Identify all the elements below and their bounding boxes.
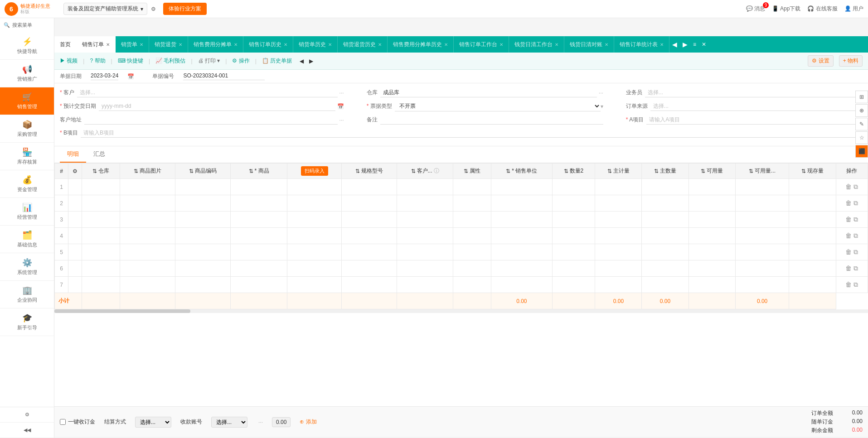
app-selector[interactable]: 装备及固定资产辅助管理系统 ▾ <box>63 3 147 15</box>
col-scan[interactable]: 扫码录入 <box>287 164 342 179</box>
gear-icon[interactable]: ⚙ <box>151 6 156 12</box>
row-delete-icon[interactable]: 🗑 <box>845 248 852 256</box>
col-main-qty[interactable]: ⇅主数量 <box>642 164 689 179</box>
col-warehouse[interactable]: ⇅仓库 <box>82 164 120 179</box>
sidebar-item-sales[interactable]: 🛒 销售管理 <box>0 87 54 115</box>
right-float-btn-3[interactable]: ✎ <box>855 118 868 130</box>
help-link[interactable]: ? 帮助 <box>90 57 105 65</box>
col-unit[interactable]: ⇅* 销售单位 <box>491 164 552 179</box>
sidebar-item-operations[interactable]: 📊 经营管理 <box>0 198 54 226</box>
user-avatar[interactable]: 👤 用户 <box>844 5 863 13</box>
b-project-input[interactable] <box>81 128 863 138</box>
shortcuts-link[interactable]: ⌨ 快捷键 <box>118 57 143 65</box>
col-main-unit[interactable]: ⇅主计量 <box>595 164 642 179</box>
tab-sales-order-history[interactable]: 销售订单历史 ✕ <box>243 36 293 53</box>
history-link[interactable]: 📋 历史单据 <box>262 57 292 65</box>
scan-button[interactable]: 扫码录入 <box>301 166 328 176</box>
tab-sales-return[interactable]: 销货退货 ✕ <box>149 36 188 53</box>
tab-more-button[interactable]: ≡ <box>690 41 699 48</box>
nav-next-icon[interactable]: ▶ <box>309 58 313 64</box>
sidebar-item-purchase[interactable]: 📦 采购管理 <box>0 115 54 143</box>
tab-close-sales-return[interactable]: ✕ <box>179 42 182 47</box>
settings-button[interactable]: ⚙ 设置 <box>808 55 833 67</box>
tab-sales-stats[interactable]: 销售订单统计表 ✕ <box>614 36 669 53</box>
customer-address-input[interactable] <box>84 115 338 125</box>
tab-daily-clear-workbench[interactable]: 钱货日清工作台 ✕ <box>509 36 564 53</box>
bank-account-select[interactable]: 选择... <box>211 417 247 428</box>
right-float-btn-1[interactable]: ⊞ <box>855 91 868 103</box>
tab-close-sales-receipt[interactable]: ✕ <box>140 42 143 47</box>
notification-area[interactable]: 💬 消息 9 <box>746 5 765 13</box>
payment-method-select[interactable]: 选择... <box>135 417 171 428</box>
right-float-btn-4[interactable]: ☆ <box>855 131 868 144</box>
tab-daily-reconcile[interactable]: 钱货日清对账 ✕ <box>564 36 614 53</box>
tab-close-expense-history[interactable]: ✕ <box>444 42 448 47</box>
tab-close-return-history[interactable]: ✕ <box>378 42 382 47</box>
nav-prev-icon[interactable]: ◀ <box>300 58 304 64</box>
warehouse-expand-icon[interactable]: ··· <box>599 90 603 96</box>
row-copy-icon[interactable]: ⧉ <box>853 216 858 223</box>
online-service-link[interactable]: 🎧 在线客服 <box>807 5 837 13</box>
tab-sales-expense[interactable]: 销售费用分摊单 ✕ <box>188 36 243 53</box>
sidebar-item-enterprise[interactable]: 🏢 企业协同 <box>0 281 54 308</box>
calendar-icon[interactable]: 📅 <box>127 73 134 80</box>
tab-close-sales-order-history[interactable]: ✕ <box>284 42 287 47</box>
col-image[interactable]: ⇅商品图片 <box>120 164 175 179</box>
tab-receipt-history[interactable]: 销货单历史 ✕ <box>293 36 338 53</box>
customer-input[interactable] <box>77 88 338 97</box>
bank-expand-icon[interactable]: ··· <box>258 419 263 425</box>
col-available2[interactable]: ⇅可用量... <box>735 164 789 179</box>
row-copy-icon[interactable]: ⧉ <box>853 265 858 272</box>
col-goods[interactable]: ⇅* 商品 <box>231 164 287 179</box>
salesperson-input[interactable] <box>645 88 856 97</box>
profit-link[interactable]: 📈 毛利预估 <box>155 57 185 65</box>
quick-order-checkbox[interactable] <box>60 419 66 425</box>
sidebar-item-basic-info[interactable]: 🗂️ 基础信息 <box>0 226 54 253</box>
col-attr[interactable]: ⇅属性 <box>453 164 491 179</box>
row-delete-icon[interactable]: 🗑 <box>845 232 852 240</box>
expected-date-input[interactable] <box>99 101 335 111</box>
row-copy-icon[interactable]: ⧉ <box>853 232 858 240</box>
sidebar-item-quick-nav[interactable]: ⚡ 快捷导航 <box>0 32 54 60</box>
invoice-select[interactable]: 不开票 <box>395 101 601 111</box>
add-button[interactable]: ⊕ 添加 <box>300 418 316 426</box>
tab-close-sales-workbench[interactable]: ✕ <box>499 42 503 47</box>
app-download-link[interactable]: 📱 App下载 <box>772 5 800 13</box>
tab-sales-receipt[interactable]: 销货单 ✕ <box>116 36 149 53</box>
right-float-btn-2[interactable]: ⊕ <box>855 104 868 117</box>
sidebar-item-collapse[interactable]: ◀◀ <box>0 423 54 438</box>
tab-close-daily-reconcile[interactable]: ✕ <box>605 42 608 47</box>
tab-expense-history[interactable]: 销售费用分摊单历史 ✕ <box>388 36 454 53</box>
tab-sales-workbench[interactable]: 销售订单工作台 ✕ <box>454 36 509 53</box>
col-available[interactable]: ⇅可用量 <box>689 164 735 179</box>
industry-button[interactable]: 体验行业方案 <box>163 3 207 15</box>
print-button[interactable]: 🖨 打印 ▾ <box>198 57 220 65</box>
view-video-link[interactable]: ▶ 视频 <box>60 57 78 65</box>
sidebar-item-search[interactable]: 🔍 搜索菜单 <box>0 18 54 32</box>
tab-close-sales-stats[interactable]: ✕ <box>660 42 664 47</box>
tab-next-button[interactable]: ▶ <box>680 41 690 48</box>
row-delete-icon[interactable]: 🗑 <box>845 216 852 223</box>
address-expand-icon[interactable]: ··· <box>339 117 344 123</box>
sidebar-item-marketing[interactable]: 📢 营销推广 <box>0 60 54 87</box>
row-copy-icon[interactable]: ⧉ <box>853 183 858 191</box>
sidebar-item-finance[interactable]: 💰 资金管理 <box>0 170 54 198</box>
horizontal-scrollbar[interactable] <box>54 309 868 313</box>
tab-close-daily-clear-workbench[interactable]: ✕ <box>555 42 558 47</box>
row-delete-icon[interactable]: 🗑 <box>845 281 852 289</box>
col-settings[interactable]: ⚙ <box>68 164 82 179</box>
tab-close-all-button[interactable]: ✕ <box>699 41 709 48</box>
col-qty2[interactable]: ⇅数量2 <box>552 164 595 179</box>
scrollbar-thumb[interactable] <box>54 309 190 313</box>
add-goods-button[interactable]: + 物料 <box>839 55 863 67</box>
tab-homepage[interactable]: 首页 <box>54 36 77 53</box>
tab-return-history[interactable]: 销货退货历史 ✕ <box>338 36 388 53</box>
customer-expand-icon[interactable]: ··· <box>339 90 344 96</box>
warehouse-input[interactable] <box>380 88 597 97</box>
row-copy-icon[interactable]: ⧉ <box>853 248 858 256</box>
tab-detail[interactable]: 明细 <box>60 146 86 163</box>
row-delete-icon[interactable]: 🗑 <box>845 199 852 207</box>
row-copy-icon[interactable]: ⧉ <box>853 199 858 207</box>
col-customer-code[interactable]: ⇅客户...ⓘ <box>397 164 453 179</box>
col-spec[interactable]: ⇅规格型号 <box>342 164 397 179</box>
